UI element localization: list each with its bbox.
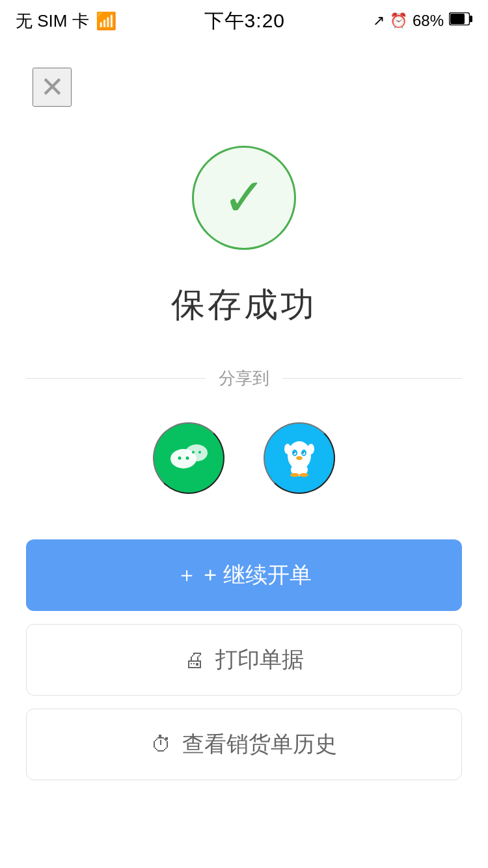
location-icon: ↗	[373, 12, 385, 29]
share-icons	[153, 422, 335, 494]
plus-icon: ＋	[176, 561, 197, 590]
svg-point-20	[290, 473, 299, 477]
svg-point-14	[293, 452, 295, 454]
share-label: 分享到	[219, 367, 269, 390]
continue-button[interactable]: ＋ + 继续开单	[26, 539, 462, 611]
qq-icon	[277, 436, 321, 480]
main-content: ✕ ✓ 保存成功 分享到	[0, 42, 488, 868]
close-icon: ✕	[40, 73, 64, 102]
svg-point-17	[284, 444, 291, 454]
svg-point-16	[296, 456, 303, 460]
divider-left	[26, 378, 206, 379]
svg-point-21	[299, 473, 308, 477]
qq-share-button[interactable]	[264, 422, 335, 494]
history-button[interactable]: ⏱ 查看销货单历史	[26, 709, 462, 780]
wifi-icon: 📶	[96, 11, 116, 31]
svg-rect-2	[450, 14, 465, 24]
svg-point-15	[303, 452, 304, 454]
action-buttons: ＋ + 继续开单 🖨 打印单据 ⏱ 查看销货单历史	[26, 539, 462, 780]
status-time: 下午3:20	[204, 8, 285, 34]
battery-percent: 68%	[413, 12, 444, 30]
no-sim-label: 无 SIM 卡	[16, 10, 89, 33]
history-label: 查看销货单历史	[182, 729, 337, 759]
success-title: 保存成功	[171, 282, 317, 328]
divider-right	[282, 378, 462, 379]
history-icon: ⏱	[151, 733, 172, 757]
wechat-share-button[interactable]	[153, 422, 224, 494]
close-button[interactable]: ✕	[33, 68, 72, 107]
svg-point-6	[186, 457, 189, 460]
checkmark-icon: ✓	[223, 172, 266, 224]
status-left: 无 SIM 卡 📶	[16, 10, 116, 33]
share-divider: 分享到	[26, 367, 462, 390]
svg-point-18	[308, 444, 314, 454]
success-circle: ✓	[192, 146, 296, 250]
status-bar: 无 SIM 卡 📶 下午3:20 ↗ ⏰ 68%	[0, 0, 488, 42]
status-right: ↗ ⏰ 68%	[373, 12, 472, 30]
continue-label: + 继续开单	[204, 560, 311, 590]
print-label: 打印单据	[215, 645, 304, 675]
battery-icon	[449, 12, 472, 29]
print-icon: 🖨	[184, 648, 205, 672]
svg-rect-1	[470, 16, 472, 22]
svg-point-7	[192, 451, 195, 454]
wechat-icon	[166, 435, 211, 481]
svg-point-8	[198, 451, 201, 454]
print-button[interactable]: 🖨 打印单据	[26, 624, 462, 696]
alarm-icon: ⏰	[390, 12, 407, 29]
svg-point-5	[178, 457, 182, 460]
